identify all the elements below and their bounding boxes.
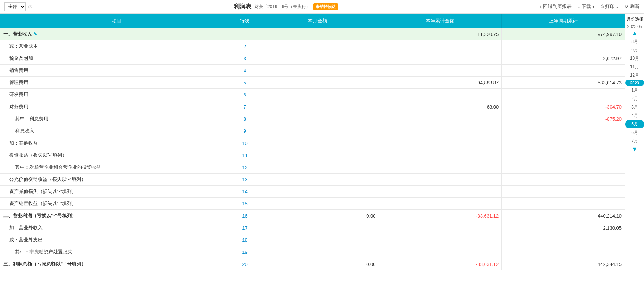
- cell-current-month: [256, 65, 379, 77]
- cell-prior-year: 2,072.97: [502, 52, 625, 65]
- month-item[interactable]: 12月: [625, 71, 644, 80]
- cell-row-num: 10: [234, 137, 256, 149]
- cell-item: 研发费用: [0, 89, 234, 101]
- print-btn[interactable]: ⎙ 打印 ▾: [601, 3, 619, 10]
- cell-prior-year: [502, 40, 625, 52]
- cell-ytd: [379, 40, 502, 52]
- nav-up-arrow[interactable]: ▲: [631, 29, 638, 37]
- item-text: 二、营业利润（亏损以"-"号填列）: [3, 213, 76, 218]
- month-item[interactable]: 7月: [625, 137, 644, 145]
- refresh-btn[interactable]: ↺ 刷新: [625, 3, 640, 10]
- cell-prior-year: [502, 174, 625, 186]
- cell-row-num: 16: [234, 210, 256, 222]
- item-text: 其中：利息费用: [15, 116, 48, 121]
- table-row: 其中：利息费用8-875.20: [0, 113, 625, 125]
- cell-row-num: 19: [234, 246, 256, 258]
- table-row: 财务费用768.00-304.70: [0, 101, 625, 113]
- cell-prior-year: 442,344.15: [502, 258, 625, 270]
- cell-ytd: [379, 149, 502, 161]
- month-item[interactable]: 1月: [625, 86, 644, 95]
- cell-ytd: -83,631.12: [379, 258, 502, 270]
- side-panel-title: 月份选择: [626, 15, 644, 23]
- edit-icon[interactable]: ✎: [33, 32, 37, 37]
- cell-ytd: [379, 222, 502, 234]
- cell-row-num: 17: [234, 222, 256, 234]
- month-item[interactable]: 4月: [625, 112, 644, 120]
- month-item[interactable]: 11月: [625, 63, 644, 71]
- item-text: 投资收益（损失以"-"填列）: [9, 152, 67, 158]
- month-item[interactable]: 2023: [625, 80, 644, 86]
- cell-current-month: [256, 174, 379, 186]
- month-item[interactable]: 3月: [625, 103, 644, 112]
- cell-item: 公允价值变动收益（损失以"-"填列）: [0, 174, 234, 186]
- cell-ytd: [379, 246, 502, 258]
- download-btn[interactable]: ↓ 下载 ▾: [578, 3, 595, 10]
- month-item[interactable]: 5月: [625, 120, 644, 128]
- table-row: 加：其他收益10: [0, 137, 625, 149]
- item-text: 三、利润总额（亏损总额以"-"号填列）: [3, 261, 86, 267]
- cell-current-month: [256, 222, 379, 234]
- table-row: 一、营业收入✎111,320.75974,997.10: [0, 28, 625, 40]
- month-item[interactable]: 6月: [625, 128, 644, 137]
- cell-item: 其中：利息费用: [0, 113, 234, 125]
- cell-item: 加：营业外收入: [0, 222, 234, 234]
- cell-row-num: 13: [234, 174, 256, 186]
- cell-row-num: 9: [234, 125, 256, 137]
- cell-current-month: [256, 101, 379, 113]
- cell-prior-year: -875.20: [502, 113, 625, 125]
- page-subtitle: 财会〔2019〕6号（未执行）: [254, 4, 310, 10]
- cell-ytd: 11,320.75: [379, 28, 502, 40]
- nav-down-arrow[interactable]: ▼: [631, 145, 638, 153]
- cell-item: 财务费用: [0, 101, 234, 113]
- item-text: 减：营业成本: [9, 43, 38, 49]
- cell-ytd: [379, 174, 502, 186]
- cell-current-month: 0.00: [256, 210, 379, 222]
- cell-item: 投资收益（损失以"-"填列）: [0, 149, 234, 161]
- cell-prior-year: 533,014.73: [502, 77, 625, 89]
- cell-current-month: [256, 52, 379, 65]
- table-row: 管理费用594,883.87533,014.73: [0, 77, 625, 89]
- cell-prior-year: [502, 65, 625, 77]
- cell-ytd: [379, 52, 502, 65]
- table-row: 税金及附加32,072.97: [0, 52, 625, 65]
- cell-current-month: [256, 246, 379, 258]
- table-row: 二、营业利润（亏损以"-"号填列）160.00-83,631.12440,214…: [0, 210, 625, 222]
- item-text: 税金及附加: [9, 55, 33, 61]
- item-text: 资产减值损失（损失以"-"填列）: [9, 189, 76, 194]
- cell-item: 利息收入: [0, 125, 234, 137]
- item-text: 其中：非流动资产处置损失: [15, 249, 72, 255]
- cell-ytd: 68.00: [379, 101, 502, 113]
- cell-item: 其中：非流动资产处置损失: [0, 246, 234, 258]
- item-text: 管理费用: [9, 80, 28, 85]
- help-icon[interactable]: ⑦: [28, 4, 32, 10]
- table-row: 公允价值变动收益（损失以"-"填列）13: [0, 174, 625, 186]
- cell-current-month: [256, 234, 379, 246]
- table-row: 投资收益（损失以"-"填列）11: [0, 149, 625, 161]
- month-item[interactable]: 10月: [625, 54, 644, 63]
- side-panel: 月份选择 2023.05 ▲ 8月9月10月11月12月20231月2月3月4月…: [625, 14, 644, 281]
- table-row: 销售费用4: [0, 65, 625, 77]
- cell-ytd: 94,883.87: [379, 77, 502, 89]
- cell-current-month: [256, 161, 379, 174]
- cell-ytd: [379, 137, 502, 149]
- cell-item: 二、营业利润（亏损以"-"号填列）: [0, 210, 234, 222]
- month-item[interactable]: 2月: [625, 95, 644, 103]
- cell-row-num: 4: [234, 65, 256, 77]
- item-text: 加：营业外收入: [9, 225, 43, 230]
- month-item[interactable]: 8月: [625, 37, 644, 46]
- item-text: 销售费用: [9, 67, 28, 73]
- cell-item: 一、营业收入✎: [0, 28, 234, 40]
- back-btn[interactable]: ↓ 回退到原报表: [539, 3, 572, 10]
- col-header-current-month: 本月金额: [256, 14, 379, 28]
- month-item[interactable]: 9月: [625, 46, 644, 54]
- page-title: 利润表: [234, 3, 251, 11]
- cell-row-num: 20: [234, 258, 256, 270]
- cell-current-month: [256, 77, 379, 89]
- scope-dropdown[interactable]: 全部: [4, 2, 26, 11]
- cell-ytd: [379, 89, 502, 101]
- col-header-item: 项目: [0, 14, 234, 28]
- table-row: 研发费用6: [0, 89, 625, 101]
- cell-ytd: [379, 161, 502, 174]
- content-area: 项目 行次 本月金额 本年累计金额 上年同期累计 一、营业收入✎111,320.…: [0, 14, 644, 281]
- cell-prior-year: [502, 246, 625, 258]
